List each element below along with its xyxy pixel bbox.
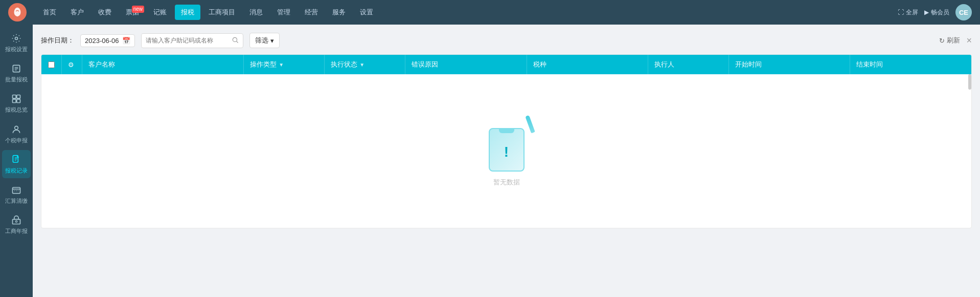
th-op-type[interactable]: 操作类型 ▼	[244, 55, 325, 74]
op-type-sort-icon: ▼	[279, 62, 284, 68]
svg-rect-4	[13, 99, 16, 103]
svg-rect-8	[13, 187, 20, 194]
nav-item-invoice[interactable]: 票据 new	[120, 5, 145, 20]
date-value: 2023-06-06	[85, 37, 119, 45]
fullscreen-button[interactable]: ⛶ 全屏	[898, 8, 918, 17]
table-scrollbar[interactable]	[968, 74, 971, 90]
table-scroll-area: ! 暂无数据	[41, 74, 971, 228]
nav-menu: 首页 客户 收费 票据 new 记账 报税 工商项目 消息 管理 经营 服务 设…	[37, 5, 898, 20]
sidebar-item-annual-report[interactable]: 工商年报	[2, 210, 31, 239]
settlement-label: 汇算清缴	[5, 198, 28, 204]
nav-item-service[interactable]: 服务	[326, 5, 352, 20]
svg-rect-5	[17, 99, 20, 103]
tax-record-label: 报税记录	[5, 167, 28, 174]
nav-item-industry[interactable]: 工商项目	[202, 5, 241, 20]
svg-rect-3	[17, 95, 20, 99]
tax-record-icon	[11, 154, 22, 165]
date-label: 操作日期：	[41, 36, 74, 45]
toolbar: 操作日期： 2023-06-06 📅 筛选 ▾	[41, 33, 972, 48]
refresh-label: 刷新	[947, 36, 960, 45]
th-error-reason: 错误原因	[405, 55, 527, 74]
th-customer: 客户名称	[82, 55, 244, 74]
tax-setting-label: 报税设置	[5, 46, 28, 53]
member-button[interactable]: ▶ 畅会员	[924, 8, 949, 17]
filter-label: 筛选	[255, 36, 268, 45]
svg-rect-2	[13, 95, 16, 99]
batch-tax-label: 批量报税	[5, 76, 28, 83]
tax-setting-icon	[11, 33, 22, 44]
settlement-icon	[11, 184, 22, 196]
sidebar-item-tax-record[interactable]: 报税记录	[2, 150, 31, 178]
svg-point-10	[15, 221, 17, 222]
personal-tax-label: 个税申报	[5, 137, 28, 144]
refresh-icon: ↻	[939, 37, 945, 45]
th-end-time: 结束时间	[850, 55, 971, 74]
batch-tax-icon	[11, 63, 22, 74]
select-all-checkbox[interactable]	[48, 61, 55, 68]
main-layout: 报税设置 批量报税 报税总览	[0, 25, 980, 297]
exec-status-sort-icon: ▼	[359, 62, 364, 68]
clipboard-graphic: !	[489, 128, 525, 172]
personal-tax-icon	[11, 124, 22, 135]
sidebar-item-personal-tax[interactable]: 个税申报	[2, 120, 31, 148]
nav-item-customer[interactable]: 客户	[64, 5, 90, 20]
tax-summary-icon	[11, 93, 22, 104]
main-content: 操作日期： 2023-06-06 📅 筛选 ▾	[33, 25, 980, 297]
nav-item-setting[interactable]: 设置	[354, 5, 379, 20]
date-picker[interactable]: 2023-06-06 📅	[80, 34, 135, 47]
sidebar-item-tax-setting[interactable]: 报税设置	[2, 29, 31, 57]
sidebar-item-tax-summary[interactable]: 报税总览	[2, 89, 31, 117]
th-start-time: 开始时间	[729, 55, 850, 74]
search-button[interactable]	[227, 34, 243, 48]
th-setting[interactable]: ⚙	[62, 55, 82, 74]
th-executor: 执行人	[648, 55, 729, 74]
data-table: ⚙ 客户名称 操作类型 ▼ 执行状态 ▼ 错误原因 税种	[41, 54, 972, 228]
top-navigation: 首页 客户 收费 票据 new 记账 报税 工商项目 消息 管理 经营 服务 设…	[0, 0, 980, 25]
sidebar-item-batch-tax[interactable]: 批量报税	[2, 59, 31, 87]
th-exec-status[interactable]: 执行状态 ▼	[325, 55, 405, 74]
nav-item-home[interactable]: 首页	[37, 5, 62, 20]
fullscreen-icon: ⛶	[898, 9, 904, 16]
empty-text: 暂无数据	[493, 178, 520, 187]
annual-report-label: 工商年报	[5, 228, 28, 235]
calendar-icon: 📅	[122, 37, 130, 45]
sidebar: 报税设置 批量报税 报税总览	[0, 25, 33, 297]
th-tax-type: 税种	[527, 55, 648, 74]
empty-state: ! 暂无数据	[481, 115, 532, 187]
toolbar-right: ↻ 刷新 ×	[939, 36, 972, 45]
setting-icon: ⚙	[68, 61, 74, 69]
table-body: ! 暂无数据	[41, 74, 971, 228]
empty-illustration: !	[481, 115, 532, 172]
nav-item-account[interactable]: 记账	[147, 5, 173, 20]
filter-chevron-icon: ▾	[270, 37, 274, 45]
avatar[interactable]: CE	[955, 4, 972, 20]
refresh-button[interactable]: ↻ 刷新	[939, 36, 960, 45]
nav-item-tax[interactable]: 报税	[175, 5, 200, 20]
exclamation-mark: !	[504, 144, 509, 160]
nav-item-fee[interactable]: 收费	[92, 5, 118, 20]
new-badge: new	[132, 6, 144, 13]
sidebar-item-settlement[interactable]: 汇算清缴	[2, 180, 31, 208]
filter-button[interactable]: 筛选 ▾	[249, 33, 280, 48]
search-box	[141, 33, 243, 48]
nav-right-actions: ⛶ 全屏 ▶ 畅会员 CE	[898, 4, 972, 20]
svg-point-6	[15, 126, 18, 130]
annual-report-icon	[11, 215, 22, 226]
member-icon: ▶	[924, 9, 929, 16]
table-header: ⚙ 客户名称 操作类型 ▼ 执行状态 ▼ 错误原因 税种	[41, 55, 971, 74]
nav-item-message[interactable]: 消息	[243, 5, 269, 20]
nav-item-manage[interactable]: 管理	[271, 5, 297, 20]
close-button[interactable]: ×	[966, 36, 972, 45]
pen-decoration	[525, 115, 535, 134]
clipboard-top	[499, 128, 514, 133]
nav-item-operation[interactable]: 经营	[299, 5, 324, 20]
tax-summary-label: 报税总览	[5, 107, 28, 113]
th-checkbox[interactable]	[41, 55, 62, 74]
search-input[interactable]	[142, 34, 227, 47]
svg-rect-9	[13, 219, 20, 224]
app-logo[interactable]	[8, 3, 27, 22]
svg-point-0	[15, 37, 18, 40]
